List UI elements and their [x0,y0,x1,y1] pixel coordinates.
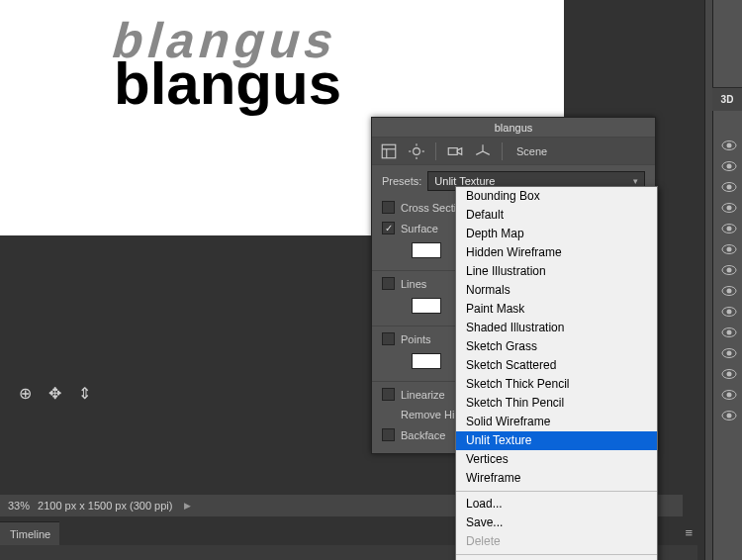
svg-point-27 [727,289,732,294]
svg-point-3 [414,147,420,154]
eye-icon[interactable] [720,222,738,235]
points-checkbox[interactable] [382,332,395,345]
preset-item-shaded-illustration[interactable]: Shaded Illustration [456,319,657,337]
preset-item-solid-wireframe[interactable]: Solid Wireframe [456,413,657,431]
svg-rect-8 [448,147,457,154]
timeline-label: Timeline [10,528,50,540]
canvas-3d-text[interactable]: blangus blangus [114,49,341,118]
svg-line-10 [483,151,490,154]
svg-point-21 [727,227,732,232]
layer-visibility-column [720,139,738,422]
preset-item-sketch-thick-pencil[interactable]: Sketch Thick Pencil [456,375,657,394]
backface-checkbox[interactable] [382,428,395,441]
document-dimensions: 2100 px x 1500 px (300 ppi) [38,500,172,512]
chevron-right-icon[interactable]: ▶ [184,501,191,511]
svg-point-25 [727,268,732,273]
dolly-icon[interactable]: ⇕ [75,384,93,402]
svg-rect-0 [382,144,396,158]
eye-icon[interactable] [720,159,738,173]
preset-item-sketch-thin-pencil[interactable]: Sketch Thin Pencil [456,394,657,413]
eye-icon[interactable] [720,326,738,339]
pan-icon[interactable]: ✥ [46,384,63,402]
eye-icon[interactable] [720,367,738,381]
svg-line-11 [476,151,483,154]
preset-item-default[interactable]: Default [456,206,657,225]
backface-label: Backface [401,429,445,441]
svg-point-13 [727,143,732,148]
linearize-label: Linearize [401,389,445,401]
svg-point-23 [727,247,732,252]
coordinates-icon[interactable] [474,142,492,160]
preset-item-wireframe[interactable]: Wireframe [456,469,657,488]
svg-point-37 [727,393,732,398]
preset-dropdown-menu: Bounding Box Default Depth Map Hidden Wi… [455,186,658,560]
lines-label: Lines [401,278,426,290]
svg-point-35 [727,372,732,377]
preset-item-save[interactable]: Save... [456,513,657,532]
preset-item-load[interactable]: Load... [456,495,657,513]
svg-point-33 [727,351,732,356]
preset-item-depth-map[interactable]: Depth Map [456,225,657,243]
preset-item-hidden-wireframe[interactable]: Hidden Wireframe [456,243,657,262]
surface-checkbox[interactable]: ✓ [382,222,395,234]
svg-point-39 [727,414,732,419]
surface-label: Surface [401,223,438,234]
points-color-swatch[interactable] [412,353,441,369]
zoom-level[interactable]: 33% [8,500,30,512]
svg-point-17 [727,185,732,190]
preset-item-bounding-box[interactable]: Bounding Box [456,187,657,206]
eye-icon[interactable] [720,263,738,277]
tab-3d[interactable]: 3D [712,87,742,111]
scene-label: Scene [512,145,547,157]
eye-icon[interactable] [720,180,738,194]
preset-item-sketch-scattered[interactable]: Sketch Scattered [456,356,657,375]
camera-icon[interactable] [446,142,464,160]
panel-mode-row: Scene [372,138,655,165]
preset-item-line-illustration[interactable]: Line Illustration [456,262,657,281]
scene-icon[interactable] [380,142,398,160]
eye-icon[interactable] [720,409,738,422]
preset-item-unlit-texture[interactable]: Unlit Texture [456,431,657,450]
svg-point-29 [727,310,732,315]
eye-icon[interactable] [720,139,738,152]
eye-icon[interactable] [720,305,738,319]
surface-color-swatch[interactable] [412,242,441,258]
panel-title: blangus [372,118,655,138]
orbit-icon[interactable]: ⊕ [16,384,34,402]
chevron-down-icon: ▾ [633,176,638,186]
linearize-checkbox[interactable] [382,388,395,401]
preset-item-vertices[interactable]: Vertices [456,450,657,469]
preset-item-delete: Delete [456,532,657,551]
eye-icon[interactable] [720,201,738,215]
cross-section-checkbox[interactable] [382,201,395,214]
panel-menu-icon[interactable]: ≡ [685,525,693,540]
svg-point-15 [727,164,732,169]
lines-color-swatch[interactable] [412,298,441,314]
lines-checkbox[interactable] [382,277,395,290]
points-label: Points [401,333,431,345]
light-icon[interactable] [408,142,425,160]
svg-point-19 [727,206,732,211]
eye-icon[interactable] [720,242,738,256]
svg-point-31 [727,330,732,335]
gutter-column [704,0,712,560]
preset-item-paint-mask[interactable]: Paint Mask [456,300,657,319]
eye-icon[interactable] [720,284,738,298]
3d-transform-tools: ⊕ ✥ ⇕ [16,384,93,402]
presets-label: Presets: [382,175,421,187]
preset-item-normals[interactable]: Normals [456,281,657,300]
timeline-panel-tab[interactable]: Timeline [0,521,59,545]
text-extrusion: blangus [106,12,345,69]
eye-icon[interactable] [720,346,738,360]
eye-icon[interactable] [720,388,738,402]
preset-item-sketch-grass[interactable]: Sketch Grass [456,337,657,356]
